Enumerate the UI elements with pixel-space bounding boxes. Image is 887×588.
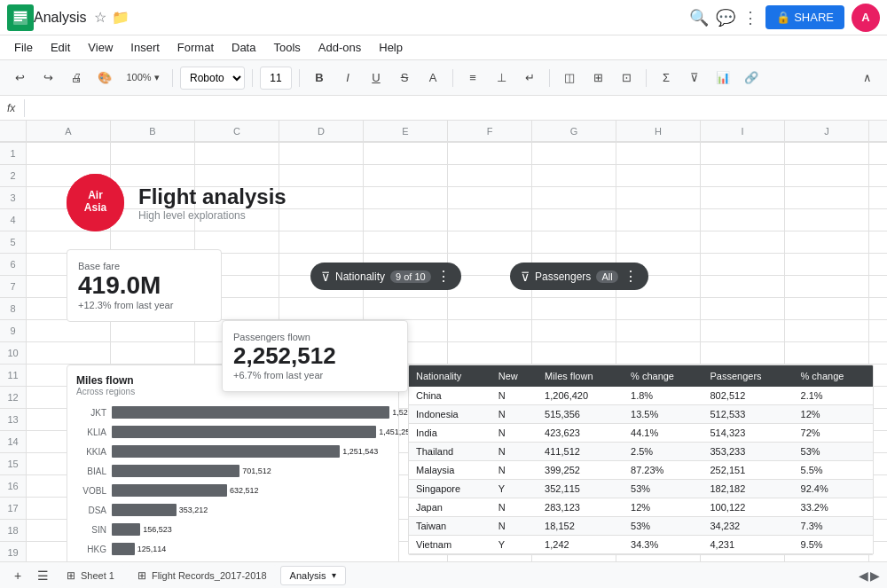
- cell-4-8[interactable]: [616, 209, 701, 231]
- cell-10-1[interactable]: [27, 342, 111, 365]
- cell-9-1[interactable]: [27, 320, 111, 342]
- tab-analysis-dropdown[interactable]: ▾: [332, 570, 336, 580]
- grid-row-1[interactable]: [27, 143, 887, 165]
- table-row-1[interactable]: IndonesiaN515,35613.5%512,53312%: [409, 405, 873, 424]
- menu-view[interactable]: View: [81, 39, 120, 56]
- menu-insert[interactable]: Insert: [123, 39, 167, 56]
- cell-8-10[interactable]: [785, 298, 869, 320]
- font-selector[interactable]: Roboto: [180, 67, 245, 90]
- border-button[interactable]: ⊞: [585, 66, 610, 90]
- wrap-button[interactable]: ↵: [517, 66, 542, 90]
- cell-1-7[interactable]: [532, 143, 616, 165]
- menu-file[interactable]: File: [7, 39, 40, 56]
- col-E[interactable]: E: [364, 121, 448, 141]
- star-icon[interactable]: ☆: [94, 9, 106, 26]
- tab-analysis[interactable]: Analysis ▾: [280, 566, 346, 585]
- cell-7-9[interactable]: [701, 276, 785, 298]
- cell-1-1[interactable]: [27, 143, 111, 165]
- col-A[interactable]: A: [27, 121, 111, 141]
- cell-10-8[interactable]: [616, 342, 701, 365]
- cell-5-7[interactable]: [532, 231, 616, 254]
- folder-icon[interactable]: 📁: [112, 9, 130, 26]
- cell-8-5[interactable]: [364, 298, 448, 320]
- cell-9-10[interactable]: [785, 320, 869, 342]
- nationality-options-icon[interactable]: ⋮: [436, 268, 451, 285]
- menu-tools[interactable]: Tools: [266, 39, 307, 56]
- share-button[interactable]: 🔒 SHARE: [765, 5, 844, 29]
- cell-1-5[interactable]: [364, 143, 448, 165]
- cell-4-7[interactable]: [532, 209, 616, 231]
- table-row-6[interactable]: JapanN283,12312%100,12233.2%: [409, 498, 873, 517]
- col-C[interactable]: C: [195, 121, 279, 141]
- cell-3-4[interactable]: [279, 187, 364, 209]
- cell-5-8[interactable]: [616, 231, 701, 254]
- cell-2-5[interactable]: [364, 165, 448, 187]
- scroll-left-icon[interactable]: ◀: [859, 568, 868, 583]
- cell-3-9[interactable]: [701, 187, 785, 209]
- cell-3-5[interactable]: [364, 187, 448, 209]
- fill-color-button[interactable]: ◫: [557, 66, 582, 90]
- collapse-button[interactable]: ∧: [855, 66, 880, 90]
- cell-4-9[interactable]: [701, 209, 785, 231]
- redo-button[interactable]: ↪: [35, 66, 60, 90]
- cell-10-10[interactable]: [785, 342, 869, 365]
- cell-1-6[interactable]: [448, 143, 532, 165]
- search-icon[interactable]: 🔍: [689, 8, 709, 27]
- cell-2-9[interactable]: [701, 165, 785, 187]
- col-G[interactable]: G: [532, 121, 616, 141]
- text-color-button[interactable]: A: [420, 66, 445, 90]
- strikethrough-button[interactable]: S: [392, 66, 417, 90]
- col-F[interactable]: F: [448, 121, 532, 141]
- cell-5-10[interactable]: [785, 231, 869, 254]
- valign-button[interactable]: ⊥: [489, 66, 514, 90]
- cell-1-3[interactable]: [195, 143, 279, 165]
- passengers-filter-chip[interactable]: ⊽ Passengers All ⋮: [510, 263, 648, 290]
- cell-8-8[interactable]: [616, 298, 701, 320]
- col-J[interactable]: J: [785, 121, 869, 141]
- cell-9-7[interactable]: [532, 320, 616, 342]
- cell-9-2[interactable]: [111, 320, 195, 342]
- zoom-button[interactable]: 100% ▾: [121, 66, 165, 90]
- add-sheet-button[interactable]: +: [7, 565, 28, 586]
- cell-2-6[interactable]: [448, 165, 532, 187]
- cell-1-4[interactable]: [279, 143, 364, 165]
- cell-4-5[interactable]: [364, 209, 448, 231]
- cell-2-7[interactable]: [532, 165, 616, 187]
- filter-button[interactable]: ⊽: [682, 66, 707, 90]
- cell-8-4[interactable]: [279, 298, 364, 320]
- cell-10-6[interactable]: [448, 342, 532, 365]
- cell-10-9[interactable]: [701, 342, 785, 365]
- chat-icon[interactable]: 💬: [716, 8, 735, 27]
- font-size-input[interactable]: [260, 67, 292, 90]
- link-button[interactable]: 🔗: [739, 66, 764, 90]
- col-H[interactable]: H: [616, 121, 701, 141]
- cell-1-2[interactable]: [111, 143, 195, 165]
- cell-1-9[interactable]: [701, 143, 785, 165]
- merge-button[interactable]: ⊡: [614, 66, 639, 90]
- formula-input[interactable]: [34, 102, 880, 114]
- cell-8-6[interactable]: [448, 298, 532, 320]
- table-row-7[interactable]: TaiwanN18,15253%34,2327.3%: [409, 517, 873, 536]
- passengers-options-icon[interactable]: ⋮: [624, 268, 638, 285]
- cell-4-10[interactable]: [785, 209, 869, 231]
- menu-format[interactable]: Format: [170, 39, 221, 56]
- tab-flight-records[interactable]: ⊞ Flight Records_2017-2018: [128, 565, 277, 586]
- cell-4-4[interactable]: [279, 209, 364, 231]
- cell-9-6[interactable]: [448, 320, 532, 342]
- cell-5-6[interactable]: [448, 231, 532, 254]
- table-row-5[interactable]: SingaporeY352,11553%182,18292.4%: [409, 480, 873, 498]
- bold-button[interactable]: B: [307, 66, 332, 90]
- table-row-3[interactable]: ThailandN411,5122.5%353,23353%: [409, 443, 873, 461]
- cell-5-4[interactable]: [279, 231, 364, 254]
- italic-button[interactable]: I: [335, 66, 360, 90]
- cell-8-9[interactable]: [701, 298, 785, 320]
- cell-3-7[interactable]: [532, 187, 616, 209]
- menu-help[interactable]: Help: [372, 39, 410, 56]
- tab-sheet1[interactable]: ⊞ Sheet 1: [57, 565, 124, 586]
- nationality-filter-chip[interactable]: ⊽ Nationality 9 of 10 ⋮: [310, 263, 461, 290]
- table-row-2[interactable]: IndiaN423,62344.1%514,32372%: [409, 424, 873, 443]
- cell-1-10[interactable]: [785, 143, 869, 165]
- cell-9-8[interactable]: [616, 320, 701, 342]
- grid-row-10[interactable]: [27, 342, 887, 365]
- cell-5-9[interactable]: [701, 231, 785, 254]
